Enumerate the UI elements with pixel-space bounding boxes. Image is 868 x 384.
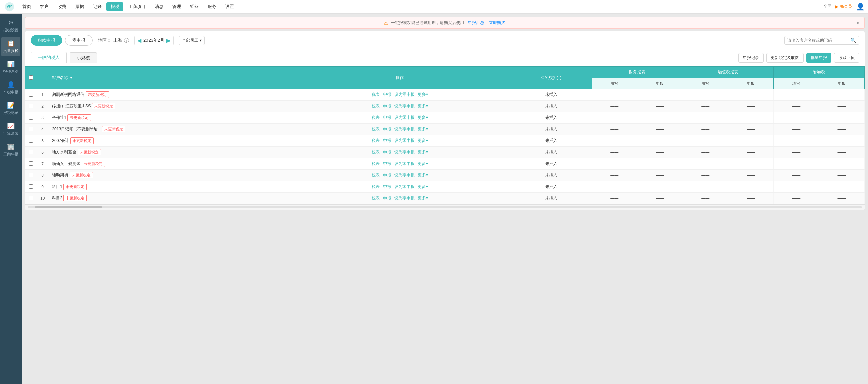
row-checkbox-1[interactable]: [29, 104, 33, 108]
tax-type-small[interactable]: 小规模: [70, 52, 97, 63]
action-declare[interactable]: 申报: [383, 173, 391, 177]
scroll-track[interactable]: [28, 206, 862, 208]
row-ca-status: 未插入: [511, 89, 592, 101]
action-zero-declare[interactable]: 设为零申报: [394, 150, 415, 154]
ca-info-icon[interactable]: i: [557, 76, 561, 80]
sidebar-item-settlement[interactable]: 📈 汇算清缴: [1, 120, 20, 139]
action-tax-form[interactable]: 税表: [372, 115, 380, 120]
upgrade-button[interactable]: ▶ 畅会员: [835, 4, 852, 9]
notice-link-summary[interactable]: 申报汇总: [468, 20, 484, 26]
sort-icon[interactable]: ▾: [70, 76, 72, 80]
region-info-icon[interactable]: i: [124, 38, 129, 43]
action-tax-form[interactable]: 税表: [372, 173, 380, 177]
nav-item-settings[interactable]: 设置: [221, 2, 238, 11]
action-more[interactable]: 更多▾: [418, 92, 428, 97]
action-zero-declare[interactable]: 设为零申报: [394, 115, 415, 120]
declare-record-button[interactable]: 申报记录: [738, 53, 764, 63]
sidebar-item-tax-overview[interactable]: 📊 报税总览: [1, 58, 20, 77]
action-zero-declare[interactable]: 设为零申报: [394, 161, 415, 166]
row-f6: ——: [819, 89, 864, 101]
action-declare[interactable]: 申报: [383, 196, 391, 200]
date-prev-button[interactable]: ◀: [137, 37, 141, 44]
sidebar-item-annual-report[interactable]: 🏢 工商年报: [1, 140, 20, 159]
action-declare[interactable]: 申报: [383, 92, 391, 97]
sidebar-item-tax-record[interactable]: 📝 报税记录: [1, 99, 20, 118]
row-checkbox-7[interactable]: [29, 173, 33, 177]
action-more[interactable]: 更多▾: [418, 173, 428, 177]
action-tax-form[interactable]: 税表: [372, 150, 380, 154]
row-checkbox-3[interactable]: [29, 127, 33, 131]
notice-close-button[interactable]: ✕: [856, 20, 860, 26]
row-checkbox-9[interactable]: [29, 196, 33, 200]
action-more[interactable]: 更多▾: [418, 127, 428, 131]
action-more[interactable]: 更多▾: [418, 196, 428, 200]
action-zero-declare[interactable]: 设为零申报: [394, 92, 415, 97]
nav-item-manage[interactable]: 管理: [168, 2, 185, 11]
notice-link-buy[interactable]: 立即购买: [489, 20, 505, 26]
nav-item-service[interactable]: 服务: [203, 2, 220, 11]
action-more[interactable]: 更多▾: [418, 161, 428, 166]
action-tax-form[interactable]: 税表: [372, 161, 380, 166]
action-zero-declare[interactable]: 设为零申报: [394, 127, 415, 131]
sidebar-item-tax-settings[interactable]: ⚙ 报税设置: [1, 16, 20, 36]
action-tax-form[interactable]: 税表: [372, 184, 380, 189]
action-tax-form[interactable]: 税表: [372, 104, 380, 108]
action-zero-declare[interactable]: 设为零申报: [394, 196, 415, 200]
date-next-button[interactable]: ▶: [166, 37, 171, 44]
retrieve-return-button[interactable]: 收取回执: [834, 53, 859, 63]
scroll-thumb[interactable]: [35, 206, 102, 208]
action-tax-form[interactable]: 税表: [372, 138, 380, 143]
tab-tax-declare[interactable]: 税款申报: [31, 35, 62, 46]
action-tax-form[interactable]: 税表: [372, 127, 380, 131]
action-declare[interactable]: 申报: [383, 104, 391, 108]
row-checkbox-0[interactable]: [29, 92, 33, 97]
nav-item-operation[interactable]: 经营: [186, 2, 203, 11]
row-checkbox-8[interactable]: [29, 184, 33, 189]
employee-selector[interactable]: 全部员工 ▾: [179, 36, 205, 45]
row-checkbox-5[interactable]: [29, 150, 33, 154]
row-f6: ——: [819, 170, 864, 181]
nav-item-business[interactable]: 工商项目: [124, 2, 150, 11]
action-tax-form[interactable]: 税表: [372, 92, 380, 97]
action-declare[interactable]: 申报: [383, 138, 391, 143]
sidebar-item-personal-tax[interactable]: 👤 个税申报: [1, 78, 20, 98]
row-checkbox-6[interactable]: [29, 161, 33, 166]
select-all-checkbox[interactable]: [29, 75, 33, 80]
action-more[interactable]: 更多▾: [418, 150, 428, 154]
row-f4: ——: [728, 135, 773, 147]
batch-declare-button[interactable]: 批量申报: [806, 53, 831, 63]
action-more[interactable]: 更多▾: [418, 138, 428, 143]
tab-zero-declare[interactable]: 零申报: [65, 35, 93, 46]
sidebar-item-batch-tax[interactable]: 📋 批量报税: [1, 37, 20, 56]
nav-item-accounting[interactable]: 记账: [89, 2, 106, 11]
action-declare[interactable]: 申报: [383, 127, 391, 131]
action-tax-form[interactable]: 税表: [372, 196, 380, 200]
action-more[interactable]: 更多▾: [418, 104, 428, 108]
action-declare[interactable]: 申报: [383, 115, 391, 120]
search-input[interactable]: [787, 38, 848, 43]
bottom-scrollbar[interactable]: [25, 204, 865, 210]
action-declare[interactable]: 申报: [383, 161, 391, 166]
search-icon[interactable]: 🔍: [850, 38, 856, 43]
action-zero-declare[interactable]: 设为零申报: [394, 138, 415, 143]
row-checkbox-4[interactable]: [29, 138, 33, 143]
action-declare[interactable]: 申报: [383, 150, 391, 154]
row-actions: 税表 申报 设为零申报 更多▾: [289, 147, 511, 158]
tax-type-general[interactable]: 一般的税人: [31, 52, 67, 63]
row-checkbox-2[interactable]: [29, 115, 33, 120]
nav-item-invoice[interactable]: 票据: [71, 2, 88, 11]
update-take-button[interactable]: 更新税定及取数: [766, 53, 804, 63]
nav-item-client[interactable]: 客户: [36, 2, 53, 11]
nav-item-home[interactable]: 首页: [18, 2, 35, 11]
action-zero-declare[interactable]: 设为零申报: [394, 104, 415, 108]
nav-item-message[interactable]: 消息: [151, 2, 167, 11]
action-declare[interactable]: 申报: [383, 184, 391, 189]
action-more[interactable]: 更多▾: [418, 115, 428, 120]
user-avatar[interactable]: 👤: [856, 3, 865, 11]
nav-item-fee[interactable]: 收费: [54, 2, 71, 11]
action-zero-declare[interactable]: 设为零申报: [394, 184, 415, 189]
fullscreen-button[interactable]: ⛶ 全屏: [818, 4, 831, 9]
nav-item-tax[interactable]: 报税: [106, 2, 123, 11]
action-zero-declare[interactable]: 设为零申报: [394, 173, 415, 177]
action-more[interactable]: 更多▾: [418, 184, 428, 189]
